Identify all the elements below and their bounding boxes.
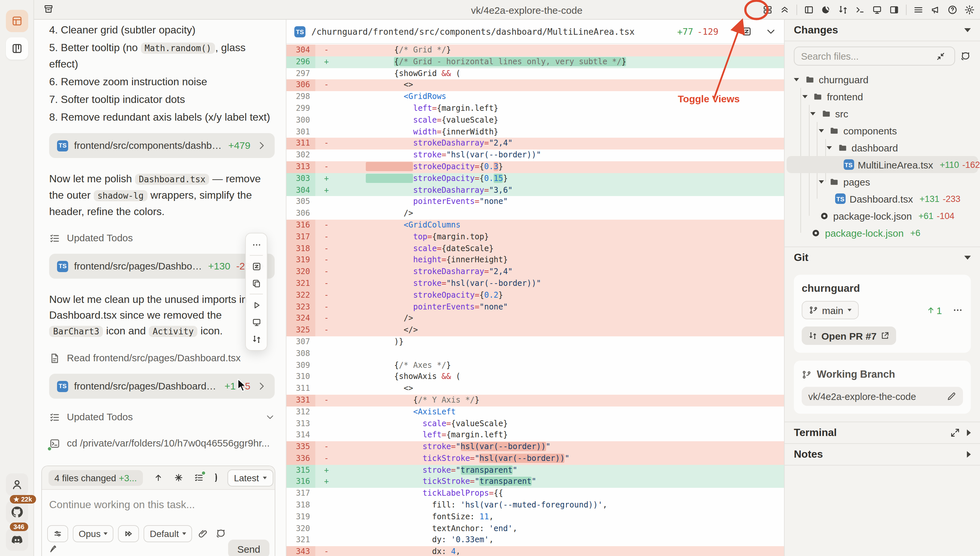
tree-item-frontend[interactable]: frontend (786, 88, 978, 105)
diff-sign: - (315, 161, 337, 173)
settings-button[interactable] (963, 3, 976, 16)
open-in-display-button[interactable] (246, 314, 267, 330)
diff-sign (315, 91, 337, 103)
updated-todos-row[interactable]: Updated Todos (49, 230, 274, 246)
tree-item-label: package-lock.json (825, 227, 904, 238)
tree-item-package-lock.json[interactable]: package-lock.json+6 (786, 224, 978, 241)
search-input[interactable] (794, 47, 955, 66)
archive-icon[interactable] (43, 4, 54, 15)
rail-kanban-button[interactable] (6, 37, 28, 60)
read-file-row[interactable]: Read frontend/src/pages/Dashboard.tsx (49, 350, 274, 366)
code-line: dx: 4, (337, 546, 460, 556)
open-pr-button[interactable]: Open PR #7 (802, 326, 896, 345)
diff-file-path: /churnguard/frontend/src/components/dash… (312, 27, 634, 36)
profile-button[interactable] (6, 474, 28, 496)
diff-row: 303 + strokeOpacity={0.15} (286, 173, 784, 185)
mode-dropdown[interactable]: Default (144, 525, 192, 542)
code-line: scale={valueScale} (337, 418, 508, 430)
burst-icon[interactable] (174, 473, 184, 483)
tree-item-pages[interactable]: pages (786, 173, 978, 190)
compare-button[interactable] (246, 330, 267, 348)
github-cat-icon[interactable] (960, 51, 971, 61)
git-compare-button[interactable] (836, 3, 849, 16)
run-button[interactable] (246, 296, 267, 314)
collapse-up-button[interactable] (778, 3, 791, 16)
discord-button[interactable] (6, 529, 28, 551)
diff-row: 322 - strokeOpacity={0.2} (286, 289, 784, 301)
line-number: 318 (286, 499, 315, 511)
updated-todos-row[interactable]: Updated Todos (49, 409, 274, 425)
caret-down-icon[interactable] (810, 112, 815, 115)
diff-sign (315, 523, 337, 535)
tree-item-package-lock.json[interactable]: package-lock.json+61-104 (786, 207, 978, 224)
attach-button[interactable] (197, 529, 210, 539)
line-number: 305 (286, 196, 315, 208)
code-line: tickStroke="transparent" (337, 476, 536, 488)
terminal-section-header[interactable]: Terminal (785, 422, 980, 443)
diff-row: 317 - top={margin.top} (286, 231, 784, 243)
diff-rows[interactable]: 304 - {/* Grid */} 296 + {/* Grid - hori… (286, 45, 784, 556)
diff-row: 310 {showAxis && ( (286, 372, 784, 383)
line-number: 303 (286, 173, 315, 185)
code-line: <> (337, 80, 413, 92)
changes-section-header[interactable]: Changes (785, 20, 980, 41)
expand-icon[interactable] (950, 427, 960, 438)
git-section-header[interactable]: Git (785, 247, 980, 268)
terminal-button[interactable] (854, 3, 867, 16)
message-input[interactable]: Continue working on this task... (49, 499, 195, 511)
panel-left-button[interactable] (802, 3, 815, 16)
scroll-up-button[interactable] (153, 473, 163, 483)
code-line: strokeDasharray="2,4" (337, 266, 513, 278)
agent-button[interactable] (214, 529, 228, 539)
line-number: 311 (286, 383, 315, 395)
caret-down-icon[interactable] (802, 95, 807, 98)
repo-menu-button[interactable] (953, 305, 963, 315)
edit-diff-button[interactable] (246, 258, 267, 275)
ts-file-icon: TS (57, 381, 68, 392)
terminal-command-row[interactable]: cd /private/var/folders/10/h7w0q46556ggr… (49, 435, 274, 451)
settings-sliders-button[interactable] (47, 525, 68, 542)
file-diff-chip[interactable]: TS frontend/src/pages/Dashboar... +130 -… (49, 254, 274, 279)
branch-dropdown[interactable]: main (802, 301, 858, 319)
help-button[interactable] (946, 3, 959, 16)
diff-row: 301 width={innerWidth} (286, 126, 784, 138)
toggle-views-button[interactable] (761, 3, 774, 16)
latest-dropdown[interactable]: Latest (228, 469, 273, 486)
inline-diff-icon[interactable] (741, 26, 752, 37)
tree-item-components[interactable]: components (786, 122, 978, 139)
tree-item-churnguard[interactable]: churnguard (786, 71, 978, 88)
chevron-down-icon[interactable] (766, 26, 776, 37)
megaphone-button[interactable] (929, 3, 942, 16)
diff-sign: - (315, 289, 337, 301)
chevron-down-icon[interactable] (265, 412, 274, 422)
more-actions-button[interactable] (246, 236, 267, 253)
tree-item-Dashboard.tsx[interactable]: TSDashboard.tsx+131-233 (786, 190, 978, 207)
caret-down-icon[interactable] (819, 180, 823, 183)
todo-list-button[interactable] (194, 473, 204, 483)
fast-forward-button[interactable] (118, 525, 139, 542)
tree-item-MultiLineArea.tsx[interactable]: TSMultiLineArea.tsx+110-162 (786, 156, 978, 173)
model-dropdown[interactable]: Opus (73, 525, 114, 542)
file-diff-chip[interactable]: TS frontend/src/components/dashboa... +4… (49, 133, 274, 158)
notes-section-header[interactable]: Notes (785, 443, 980, 465)
rail-layout-button[interactable] (6, 10, 28, 32)
github-button[interactable] (6, 501, 28, 523)
menu-button[interactable] (912, 3, 925, 16)
panel-right-button[interactable] (888, 3, 901, 16)
theme-button[interactable] (819, 3, 833, 16)
display-button[interactable] (870, 3, 884, 16)
chip-file-path: frontend/src/components/dashboa... (74, 138, 222, 154)
file-change-stats: +131-233 (919, 194, 960, 204)
files-changed-chip[interactable]: 4 files changed +3... (48, 470, 143, 485)
working-branch-input[interactable]: vk/4e2a-explore-the-code (802, 387, 963, 406)
copy-button[interactable] (246, 275, 267, 292)
caret-down-icon[interactable] (794, 78, 799, 81)
pencil-icon[interactable] (946, 391, 956, 401)
caret-down-icon[interactable] (827, 146, 832, 149)
send-button[interactable]: Send (228, 540, 270, 556)
tree-item-dashboard[interactable]: dashboard (786, 139, 978, 156)
caret-down-icon[interactable] (819, 129, 823, 132)
collapse-tree-icon[interactable] (935, 51, 946, 61)
scratchpad-button[interactable] (48, 543, 59, 556)
tree-item-src[interactable]: src (786, 105, 978, 122)
